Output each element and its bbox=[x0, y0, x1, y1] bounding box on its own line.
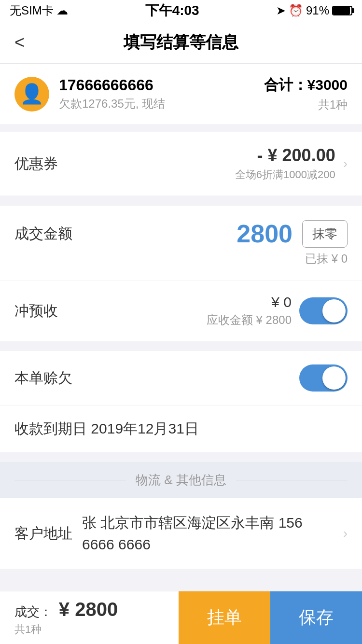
amount-label: 成交金额 bbox=[14, 224, 72, 244]
debt-label: 本单赊欠 bbox=[14, 368, 72, 388]
coupon-label: 优惠券 bbox=[14, 154, 58, 174]
pre-receipt-toggle[interactable] bbox=[299, 297, 348, 324]
total-count: 共1种 bbox=[264, 97, 348, 112]
address-row[interactable]: 客户地址 张 北京市市辖区海淀区永丰南 156 6666 6666 › bbox=[0, 498, 362, 569]
amount-right: 2800 抹零 bbox=[237, 219, 348, 248]
section-divider-2 bbox=[0, 341, 362, 351]
amount-sub: 已抹 ¥ 0 bbox=[14, 251, 348, 266]
due-date-text: 收款到期日 2019年12月31日 bbox=[14, 420, 199, 436]
pre-sub: 应收金额 ¥ 2800 bbox=[207, 312, 292, 328]
battery-icon bbox=[332, 6, 352, 15]
status-bar: 无SIM卡 ☁ 下午4:03 ➤ ⏰ 91% bbox=[0, 0, 362, 21]
total-amount: 合计：¥3000 bbox=[264, 75, 348, 95]
avatar-icon: 👤 bbox=[20, 83, 44, 105]
chevron-right-icon: › bbox=[343, 156, 348, 171]
footer-deal-label: 成交： bbox=[14, 604, 52, 619]
alarm-icon: ⏰ bbox=[289, 4, 303, 17]
customer-phone: 17666666666 bbox=[59, 76, 165, 94]
location-icon: ➤ bbox=[276, 4, 286, 17]
customer-card: 👤 17666666666 欠款1276.35元, 现结 合计：¥3000 共1… bbox=[0, 64, 362, 124]
customer-left: 👤 17666666666 欠款1276.35元, 现结 bbox=[14, 76, 165, 112]
status-right: ➤ ⏰ 91% bbox=[276, 4, 352, 17]
debt-toggle-knob bbox=[322, 366, 346, 390]
debt-row: 本单赊欠 bbox=[0, 351, 362, 405]
coupon-row[interactable]: 优惠券 - ¥ 200.00 全场6折满1000减200 › bbox=[0, 132, 362, 196]
address-label: 客户地址 bbox=[14, 524, 72, 544]
content: 👤 17666666666 欠款1276.35元, 现结 合计：¥3000 共1… bbox=[0, 64, 362, 644]
status-time: 下午4:03 bbox=[145, 1, 199, 20]
footer-count: 共1种 bbox=[14, 622, 164, 637]
footer-summary: 成交： ¥ 2800 共1种 bbox=[0, 599, 179, 637]
footer: 成交： ¥ 2800 共1种 挂单 保存 bbox=[0, 591, 362, 644]
pre-amount: ¥ 0 bbox=[207, 294, 292, 310]
amount-row: 成交金额 2800 抹零 bbox=[14, 219, 348, 248]
pre-receipt-row: 冲预收 ¥ 0 应收金额 ¥ 2800 bbox=[0, 280, 362, 341]
pending-button[interactable]: 挂单 bbox=[179, 591, 270, 644]
discount-amount: - ¥ 200.00 bbox=[235, 145, 335, 166]
logistics-title: 物流 & 其他信息 bbox=[136, 472, 226, 489]
discount-desc: 全场6折满1000减200 bbox=[235, 168, 335, 182]
logistics-line-right bbox=[236, 480, 348, 480]
footer-amount: ¥ 2800 bbox=[59, 599, 118, 620]
status-left: 无SIM卡 ☁ bbox=[10, 3, 68, 18]
customer-debt: 欠款1276.35元, 现结 bbox=[59, 96, 165, 112]
toggle-knob bbox=[322, 299, 346, 322]
sim-label: 无SIM卡 ☁ bbox=[10, 3, 68, 18]
customer-info: 17666666666 欠款1276.35元, 现结 bbox=[59, 76, 165, 112]
address-content: 张 北京市市辖区海淀区永丰南 156 6666 6666 bbox=[82, 512, 334, 555]
address-chevron-icon: › bbox=[343, 526, 348, 541]
section-divider-3 bbox=[0, 452, 362, 462]
nav-bar: < 填写结算等信息 bbox=[0, 21, 362, 64]
coupon-right: - ¥ 200.00 全场6折满1000减200 › bbox=[235, 145, 348, 182]
battery-percent: 91% bbox=[306, 4, 329, 17]
back-button[interactable]: < bbox=[14, 32, 34, 53]
pre-receipt-right: ¥ 0 应收金额 ¥ 2800 bbox=[207, 294, 348, 328]
pre-receipt-label: 冲预收 bbox=[14, 301, 58, 321]
customer-right: 合计：¥3000 共1种 bbox=[264, 75, 348, 112]
amount-section: 成交金额 2800 抹零 已抹 ¥ 0 bbox=[0, 206, 362, 280]
nav-title: 填写结算等信息 bbox=[124, 31, 238, 54]
save-button[interactable]: 保存 bbox=[270, 591, 362, 644]
section-divider-1 bbox=[0, 196, 362, 206]
logistics-header: 物流 & 其他信息 bbox=[0, 462, 362, 498]
logistics-line-left bbox=[14, 480, 126, 480]
avatar: 👤 bbox=[14, 77, 49, 112]
amount-value: 2800 bbox=[237, 219, 292, 248]
battery-fill bbox=[333, 7, 350, 14]
footer-deal-row: 成交： ¥ 2800 bbox=[14, 599, 164, 620]
debt-toggle[interactable] bbox=[299, 364, 348, 392]
due-date-row: 收款到期日 2019年12月31日 bbox=[0, 405, 362, 452]
round-button[interactable]: 抹零 bbox=[302, 220, 348, 248]
